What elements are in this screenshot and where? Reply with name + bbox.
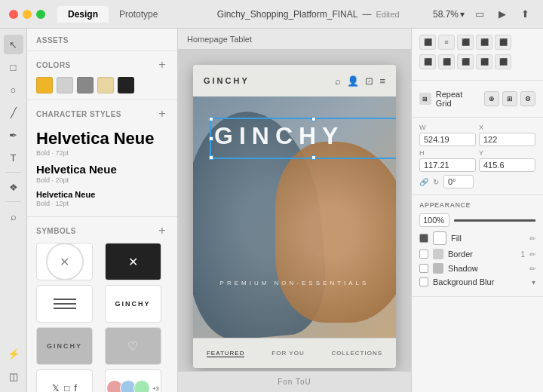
border-color-preview[interactable] [433, 249, 443, 259]
dist-h2-btn[interactable]: ⬛ [476, 54, 492, 69]
swatch-yellow[interactable] [36, 77, 53, 93]
rg-ungroup-btn[interactable]: ⊞ [502, 91, 517, 106]
opacity-input[interactable] [419, 213, 449, 227]
symbols-grid: ✕ ✕ GINCHY GINCHY [36, 243, 168, 392]
canvas-viewport[interactable]: GINCHY ⌕ 👤 ⊡ ≡ GINCHY [178, 50, 411, 371]
assets-section: ASSETS [27, 29, 177, 51]
fill-checkbox[interactable] [419, 234, 428, 243]
zoom-tool[interactable]: ⌕ [4, 207, 23, 226]
rotation-input[interactable] [443, 175, 474, 188]
footer-nav-featured[interactable]: FEATURED [207, 350, 245, 357]
tool-separator-2 [6, 201, 21, 202]
opacity-row [419, 213, 535, 227]
text-tool[interactable]: T [4, 148, 23, 167]
repeat-grid-actions: ⊕ ⊞ ⚙ [484, 91, 535, 106]
char-style-item-small[interactable]: Helvetica Neue Bold · 12pt [36, 187, 168, 210]
symbol-close-circle[interactable]: ✕ [36, 243, 93, 280]
select-tool[interactable]: ↖ [4, 35, 23, 54]
swatch-gray[interactable] [77, 77, 94, 93]
footer-nav-for-you[interactable]: FOR YOU [272, 350, 304, 357]
tab-design[interactable]: Design [57, 6, 109, 23]
maximize-button[interactable] [36, 10, 45, 19]
x-input[interactable] [479, 133, 535, 146]
align-left-btn[interactable]: ⬛ [419, 35, 436, 50]
fill-edit-icon[interactable]: ✏ [529, 234, 535, 243]
char-style-name-small: Helvetica Neue [36, 190, 168, 199]
char-style-item-medium[interactable]: Helvetica Neue Bold · 20pt [36, 160, 168, 187]
color-swatches [36, 77, 168, 93]
dist-horizontal-btn[interactable]: ⬛ [476, 35, 492, 50]
align-toolbar-2: ⬛ ⬛ ⬛ ⬛ ⬛ [419, 54, 535, 69]
play-icon[interactable]: ▶ [493, 5, 511, 23]
swatch-tan[interactable] [97, 77, 114, 93]
appearance-section: APPEARANCE Fill ✏ Border 1 [412, 195, 543, 297]
char-styles-section: Character Styles + Helvetica Neue Bold ·… [27, 100, 177, 217]
opacity-slider[interactable] [454, 219, 535, 222]
char-style-meta-medium: Bold · 20pt [36, 176, 168, 184]
symbol-ginchy-logo[interactable]: GINCHY [105, 285, 161, 323]
assets-label: ASSETS [36, 36, 168, 44]
document-title: Ginchy_Shopping_Platform_FINAL [217, 9, 358, 20]
add-symbol-button[interactable]: + [156, 225, 168, 237]
colors-label: Colors [36, 61, 71, 69]
dist-v2-btn[interactable]: ⬛ [495, 54, 511, 69]
symbol-social-icons[interactable]: 𝕏 □ f [36, 369, 93, 392]
ellipse-tool[interactable]: ○ [4, 80, 23, 100]
height-label: H [419, 149, 476, 157]
heart-icon: ♡ [106, 328, 161, 364]
rg-settings-btn[interactable]: ⚙ [520, 91, 535, 106]
symbol-hamburger[interactable] [36, 285, 93, 323]
rg-copy-btn[interactable]: ⊕ [484, 91, 499, 106]
shadow-edit-icon[interactable]: ✏ [529, 265, 535, 273]
device-preview-icon[interactable]: ▭ [471, 5, 489, 23]
swatch-light-gray[interactable] [57, 77, 73, 93]
add-color-button[interactable]: + [156, 59, 168, 71]
line-tool[interactable]: ╱ [4, 103, 23, 122]
bottom-hint: Fon ToU [178, 371, 411, 392]
symbol-ginchy-button[interactable]: GINCHY [36, 327, 93, 365]
char-style-name-large: Helvetica Neue [36, 129, 168, 149]
titlebar-right: 58.7% ▾ ▭ ▶ ⬆ [433, 5, 534, 23]
align-top-btn[interactable]: ⬛ [419, 54, 436, 69]
bg-blur-row: Background Blur ▾ [419, 277, 535, 286]
fill-color-preview[interactable] [433, 231, 446, 245]
close-button[interactable] [9, 10, 18, 19]
bg-blur-checkbox[interactable] [419, 277, 428, 286]
add-char-style-button[interactable]: + [156, 108, 168, 120]
height-input[interactable] [419, 158, 476, 172]
shadow-preview[interactable] [433, 263, 443, 274]
align-right-btn[interactable]: ⬛ [457, 35, 474, 50]
layers-icon[interactable]: ◫ [4, 366, 23, 386]
width-field: W [419, 124, 476, 146]
plugins-icon[interactable]: ⚡ [4, 344, 23, 363]
minimize-button[interactable] [23, 10, 32, 19]
zoom-control[interactable]: 58.7% ▾ [433, 9, 465, 20]
traffic-lights [9, 10, 45, 19]
component-tool[interactable]: ❖ [4, 177, 23, 197]
align-middle-btn[interactable]: ⬛ [438, 54, 455, 69]
shadow-label: Shadow [448, 264, 525, 273]
tab-prototype[interactable]: Prototype [109, 6, 168, 23]
symbol-avatars[interactable]: +3 [105, 369, 161, 392]
symbol-x-dark[interactable]: ✕ [105, 243, 161, 280]
bg-blur-chevron: ▾ [532, 278, 535, 286]
width-input[interactable] [419, 133, 476, 146]
dist-vertical-btn[interactable]: ⬛ [495, 35, 511, 50]
footer-nav-collections[interactable]: COLLECTIONS [332, 350, 382, 357]
bag-nav-icon: ⊡ [365, 75, 373, 87]
colors-header: Colors + [36, 59, 168, 71]
share-icon[interactable]: ⬆ [516, 5, 534, 23]
y-input[interactable] [479, 158, 535, 172]
pen-tool[interactable]: ✒ [4, 125, 23, 145]
border-edit-icon[interactable]: ✏ [529, 250, 535, 259]
rectangle-tool[interactable]: □ [4, 57, 23, 77]
swatch-black[interactable] [118, 77, 134, 93]
border-checkbox[interactable] [419, 250, 428, 259]
align-center-btn[interactable]: ≡ [438, 35, 455, 50]
shadow-checkbox[interactable] [419, 264, 428, 273]
char-style-item-large[interactable]: Helvetica Neue Bold · 72pt [36, 126, 168, 160]
link-constraint-icon[interactable]: 🔗 [419, 178, 428, 186]
symbol-heart[interactable]: ♡ [105, 327, 161, 365]
align-bottom-btn[interactable]: ⬛ [457, 54, 474, 69]
social-icons-group: 𝕏 □ f [52, 383, 77, 392]
